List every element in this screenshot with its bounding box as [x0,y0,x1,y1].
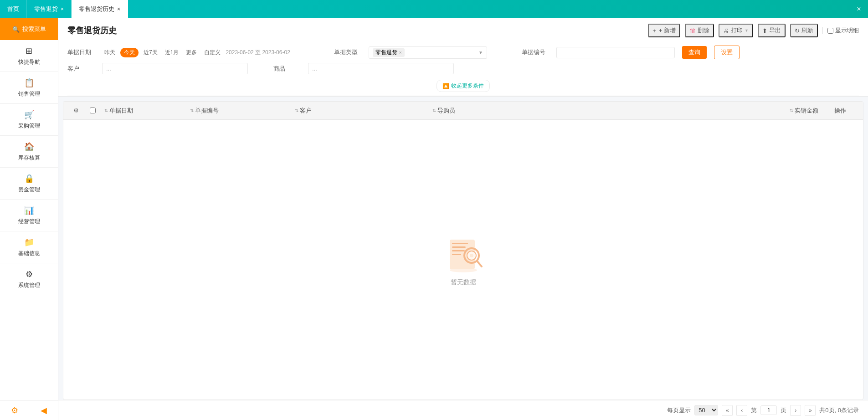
per-page-label: 每页显示 [667,406,691,415]
quick-nav-icon: ⊞ [24,46,35,56]
main-layout: 🔍 搜索菜单 ⊞ 快捷导航 📋 销售管理 🛒 采购管理 🏠 库存核算 🔒 资金管… [0,18,868,420]
operation-icon: 📊 [24,205,35,216]
system-icon: ⚙ [24,269,35,280]
table-header: ⚙ ⇅ 单据日期 ⇅ 单据编号 ⇅ 客户 ⇅ [63,102,863,120]
sidebar-item-system[interactable]: ⚙ 系统管理 [0,263,58,295]
last-page-button[interactable]: » [805,405,816,416]
sidebar-item-operation[interactable]: 📊 经营管理 [0,200,58,231]
toolbar: + + 新增 🗑 删除 🖨 打印 ▼ ⬆ 导出 [648,24,859,37]
svg-rect-5 [452,254,461,255]
sidebar-search[interactable]: 🔍 搜索菜单 [0,18,58,40]
billno-sort-icon[interactable]: ⇅ [190,108,194,113]
filter-settings-button[interactable]: 设置 [714,46,740,59]
table-header-checkbox[interactable] [84,108,101,113]
page-header: 零售退货历史 + + 新增 🗑 删除 🖨 打印 ▼ [58,18,868,97]
table-header-billno: ⇅ 单据编号 [186,107,291,115]
table-settings-icon[interactable]: ⚙ [73,107,79,114]
sidebar-item-basic-label: 基础信息 [18,250,40,257]
customer-sort-icon[interactable]: ⇅ [295,108,298,113]
bill-no-label: 单据编号 [522,48,549,56]
table-select-all[interactable] [90,108,96,113]
display-detail-checkbox[interactable]: 显示明细 [827,26,859,35]
sidebar-item-purchase[interactable]: 🛒 采购管理 [0,104,58,136]
prev-page-button[interactable]: ‹ [736,405,747,416]
amount-sort-icon[interactable]: ⇅ [790,108,793,113]
table-header-settings[interactable]: ⚙ [68,107,84,114]
tab-retail-return-history-close[interactable]: × [117,6,120,12]
table-body: 暂无数据 [63,120,863,400]
date-yesterday-btn[interactable]: 昨天 [102,48,118,57]
tab-home[interactable]: 首页 [0,0,27,18]
sidebar-item-finance[interactable]: 🔒 资金管理 [0,168,58,200]
sidebar-item-quick-nav[interactable]: ⊞ 快捷导航 [0,40,58,72]
tab-retail-return[interactable]: 零售退货 × [27,0,72,18]
date-sort-icon[interactable]: ⇅ [104,108,108,113]
sidebar-settings-button[interactable]: ⚙ [11,405,18,415]
sidebar-item-sales-label: 销售管理 [18,90,40,98]
print-dropdown-icon: ▼ [745,28,749,33]
page-label: 第 [751,406,757,415]
date-more-btn[interactable]: 更多 [184,48,199,57]
sidebar-item-basic[interactable]: 📁 基础信息 [0,231,58,263]
goods-label: 商品 [273,65,301,73]
tab-retail-return-close[interactable]: × [61,6,64,12]
next-page-button[interactable]: › [790,405,801,416]
bill-type-selector[interactable]: 零售退货 × ▼ [369,46,487,59]
customer-input-ellipsis[interactable]: ... [106,65,244,72]
bill-no-input[interactable] [556,47,675,58]
window-close-button[interactable]: × [850,0,868,18]
date-filter-label: 单据日期 [67,48,95,56]
export-button[interactable]: ⬆ 导出 [758,24,786,37]
purchase-icon: 🛒 [24,109,35,120]
refresh-button[interactable]: ↻ 刷新 [790,24,818,37]
bill-type-dropdown-arrow: ▼ [478,50,483,55]
export-icon: ⬆ [762,27,767,34]
sales-icon: 📋 [24,77,35,88]
date-today-btn[interactable]: 今天 [120,48,139,57]
page-number-input[interactable] [760,405,777,415]
query-button[interactable]: 查询 [682,46,707,59]
display-detail-input[interactable] [827,28,833,34]
collapse-up-icon: 🔼 [442,83,449,89]
tab-retail-return-history[interactable]: 零售退货历史 × [72,0,128,18]
refresh-icon: ↻ [795,27,800,34]
svg-point-9 [470,254,473,257]
date-last1m-btn[interactable]: 近1月 [163,48,181,57]
sidebar-item-finance-label: 资金管理 [18,186,40,194]
per-page-select[interactable]: 50 10 20 100 [694,405,718,415]
total-label: 共0页, 0条记录 [819,406,859,415]
print-button[interactable]: 🖨 打印 ▼ [719,24,753,37]
page-title: 零售退货历史 [67,25,117,36]
page-title-row: 零售退货历史 + + 新增 🗑 删除 🖨 打印 ▼ [67,24,859,37]
date-range-display: 2023-06-02 至 2023-06-02 [226,49,290,56]
empty-state: 暂无数据 [441,233,486,287]
add-button[interactable]: + + 新增 [648,24,680,37]
goods-input-ellipsis[interactable]: ... [312,65,450,72]
finance-icon: 🔒 [24,173,35,184]
delete-button[interactable]: 🗑 删除 [685,24,714,37]
bill-type-label: 单据类型 [334,48,361,56]
customer-label: 客户 [67,65,95,73]
date-custom-btn[interactable]: 自定义 [202,48,223,57]
inventory-icon: 🏠 [24,141,35,152]
date-last7-btn[interactable]: 近7天 [141,48,160,57]
toolbar-divider [822,27,823,34]
pagination-bar: 每页显示 50 10 20 100 « ‹ 第 页 › » 共0页, 0条记录 [58,400,868,420]
svg-line-8 [477,261,482,266]
table-header-guide: ⇅ 导购员 [429,107,534,115]
first-page-button[interactable]: « [722,405,733,416]
table-header-operation: 操作 [822,107,858,115]
sidebar-item-inventory[interactable]: 🏠 库存核算 [0,136,58,168]
table-header-date: ⇅ 单据日期 [101,107,186,115]
search-icon: 🔍 [12,26,20,33]
filter-row-2: 客户 ... 商品 ... [67,63,859,74]
bill-type-tag-close[interactable]: × [399,50,402,55]
sidebar-collapse-button[interactable]: ◀ [41,405,47,415]
guide-sort-icon[interactable]: ⇅ [432,108,436,113]
sidebar-item-sales[interactable]: 📋 销售管理 [0,72,58,104]
table-container: ⚙ ⇅ 单据日期 ⇅ 单据编号 ⇅ 客户 ⇅ [63,101,863,400]
sidebar-item-quick-nav-label: 快捷导航 [18,58,40,66]
filter-area: 单据日期 昨天 今天 近7天 近1月 更多 自定义 2023-06-02 至 2… [67,42,859,96]
empty-text: 暂无数据 [451,278,476,287]
collapse-filter-button[interactable]: 🔼 收起更多条件 [437,80,490,92]
